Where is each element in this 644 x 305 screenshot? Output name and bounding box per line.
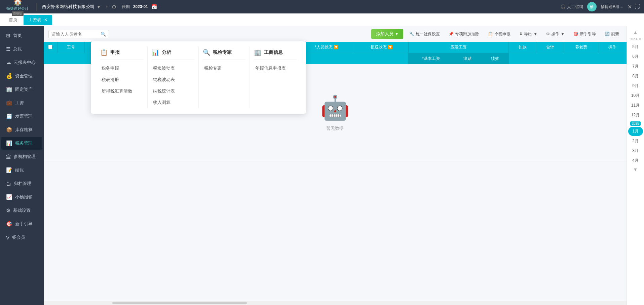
popup-item-income-calc[interactable]: 收入测算	[152, 97, 194, 108]
special-icon: 📌	[449, 32, 454, 36]
timeline-month-2[interactable]: 2月	[628, 137, 643, 146]
refresh-button[interactable]: 🔄 刷新	[602, 30, 622, 39]
guide-button[interactable]: 🎯 新手引导	[571, 30, 599, 39]
service-button[interactable]: 🎧 人工咨询	[561, 4, 583, 10]
company-selector[interactable]: 西安虾米网络科技有限公司 ▼ ＋ ⚙ 账期 2023-01 📅	[42, 3, 557, 10]
timeline-month-12[interactable]: 12月	[628, 111, 643, 120]
sidebar-item-guide[interactable]: 🎯 新手引导	[1, 218, 42, 230]
horizontal-scrollbar[interactable]	[44, 301, 627, 305]
popup-item-tax-stats[interactable]: 纳税统计表	[152, 85, 194, 97]
popup-item-tax-declare[interactable]: 税务申报	[100, 63, 143, 74]
sidebar-item-tax[interactable]: 📊 税务管理	[1, 137, 42, 150]
service-label: 人工咨询	[567, 4, 583, 10]
sidebar-item-cloud[interactable]: ☁ 云报表中心	[1, 56, 42, 69]
ledger-icon: ☰	[6, 46, 10, 52]
invoice-icon: 🧾	[6, 113, 12, 119]
sidebar-item-ledger[interactable]: ☰ 总账	[1, 43, 42, 55]
sidebar-item-invoice[interactable]: 🧾 发票管理	[1, 110, 42, 123]
search-input[interactable]	[51, 32, 99, 37]
sidebar-item-home[interactable]: ⊞ 首页	[1, 29, 42, 42]
close-icon[interactable]: ✕	[628, 4, 632, 10]
personal-tax-button[interactable]: 📋 个税申报	[485, 30, 513, 39]
timeline-month-7[interactable]: 7月	[628, 62, 643, 71]
timeline-month-8[interactable]: 8月	[628, 72, 643, 81]
popup-item-tax-fluctuation[interactable]: 纳税波动表	[152, 74, 194, 85]
sidebar-item-member[interactable]: V 畅会员	[1, 231, 42, 244]
select-all-checkbox[interactable]	[48, 45, 52, 49]
search-box[interactable]: 🔍	[48, 30, 109, 38]
timeline-month-3[interactable]: 3月	[628, 146, 643, 155]
th-send-status[interactable]: 报送状态 🔽	[355, 42, 408, 53]
sidebar-item-settings[interactable]: ⚙ 基础设置	[1, 204, 42, 217]
th-op: 操作	[599, 42, 626, 53]
empty-icon: 🤖	[320, 94, 350, 121]
tab-home[interactable]: 首页	[4, 15, 22, 25]
sidebar-item-assets[interactable]: 🏢 固定资产	[1, 83, 42, 96]
app-version: 旗舰版	[12, 11, 24, 16]
scrollbar-thumb[interactable]	[112, 302, 247, 304]
timeline-month-4[interactable]: 4月	[628, 156, 643, 165]
empty-text: 暂无数据	[326, 125, 344, 131]
operation-button[interactable]: ⚙ 操作 ▼	[543, 30, 567, 39]
sidebar-item-ledger-label: 总账	[13, 46, 22, 52]
archive-icon: 🗂	[6, 181, 11, 187]
maximize-icon[interactable]: ⛶	[635, 4, 640, 10]
social-settings-button[interactable]: 🔧 统一社保设置	[407, 30, 443, 39]
th-num: 工号	[57, 42, 85, 53]
special-deduction-button[interactable]: 📌 专项附加扣除	[446, 30, 482, 39]
sidebar-item-home-label: 首页	[13, 33, 22, 39]
timeline-month-9[interactable]: 9月	[628, 81, 643, 90]
personal-icon: 📋	[488, 32, 493, 36]
sidebar-item-archive[interactable]: 🗂 归档管理	[1, 177, 42, 190]
sidebar-item-multi[interactable]: 🏛 多机构管理	[1, 150, 42, 163]
timeline-month-11[interactable]: 11月	[628, 101, 643, 110]
app-logo: 🏠 畅捷通好会计 旗舰版	[4, 0, 31, 16]
app-name: 畅捷通好会计	[6, 6, 29, 11]
popup-item-tax-burden[interactable]: 税负波动表	[152, 63, 194, 74]
tab-home-label: 首页	[9, 17, 17, 23]
user-name[interactable]: 畅捷通B组…	[601, 4, 623, 10]
company-name: 西安虾米网络科技有限公司	[42, 4, 94, 10]
timeline-month-5[interactable]: 5月	[628, 42, 643, 51]
th-total: 合计	[536, 42, 564, 53]
sidebar-item-settle[interactable]: 📝 结账	[1, 164, 42, 177]
sidebar-item-report-label: 小畅报销	[15, 194, 33, 200]
timeline-month-1[interactable]: 1月	[628, 127, 643, 136]
company-dropdown-icon[interactable]: ▼	[97, 4, 101, 9]
tab-salary[interactable]: 工资表 ✕	[24, 15, 52, 25]
sidebar-item-invoice-label: 发票管理	[15, 113, 33, 119]
assets-icon: 🏢	[6, 86, 12, 92]
social-icon: 🔧	[409, 32, 414, 36]
inventory-icon: 📦	[6, 127, 12, 133]
timeline-down-icon[interactable]: ▼	[632, 165, 639, 174]
popup-item-tax-register[interactable]: 税表清册	[100, 74, 143, 85]
export-button[interactable]: ⬇ 导出 ▼	[517, 30, 540, 39]
sidebar-item-settings-label: 基础设置	[13, 207, 31, 214]
sidebar-item-salary[interactable]: 💼 工资	[1, 97, 42, 109]
settings-icon[interactable]: ⚙	[112, 4, 116, 10]
timeline-month-10[interactable]: 10月	[628, 91, 643, 100]
popup-item-annual-report[interactable]: 年报信息申报表	[254, 63, 297, 74]
th-status[interactable]: *人员状态 🔽	[299, 42, 355, 53]
sidebar-item-report[interactable]: 📈 小畅报销	[1, 191, 42, 203]
cloud-icon: ☁	[6, 60, 11, 66]
guide-toolbar-icon: 🎯	[573, 32, 578, 36]
report-icon: 📈	[6, 194, 12, 200]
add-person-button[interactable]: 添加人员 ▼	[371, 29, 403, 39]
multi-icon: 🏛	[6, 154, 11, 160]
add-company-icon[interactable]: ＋	[104, 3, 110, 10]
sidebar-item-salary-label: 工资	[15, 100, 24, 106]
popup-item-tax-expert[interactable]: 税检专家	[203, 63, 245, 74]
tab-salary-close[interactable]: ✕	[44, 17, 47, 22]
timeline-up-icon[interactable]: ▲	[632, 28, 639, 36]
sidebar-item-inventory[interactable]: 📦 库存核算	[1, 123, 42, 136]
shenb-icon: 📋	[100, 49, 108, 56]
timeline-month-6[interactable]: 6月	[628, 52, 643, 61]
period-value: 2023-01	[133, 4, 148, 9]
calendar-icon[interactable]: 📅	[151, 4, 157, 9]
popup-item-income-tax[interactable]: 所得税汇算清缴	[100, 85, 143, 97]
toolbar: 🔍 添加人员 ▼ 🔧 统一社保设置 📌 专项附加扣除 📋 个税申报 ⬇ 导出	[44, 26, 627, 42]
sidebar-item-settle-label: 结账	[15, 167, 24, 173]
sidebar-item-funds[interactable]: 💰 资金管理	[1, 70, 42, 82]
th-checkbox[interactable]	[44, 42, 57, 53]
